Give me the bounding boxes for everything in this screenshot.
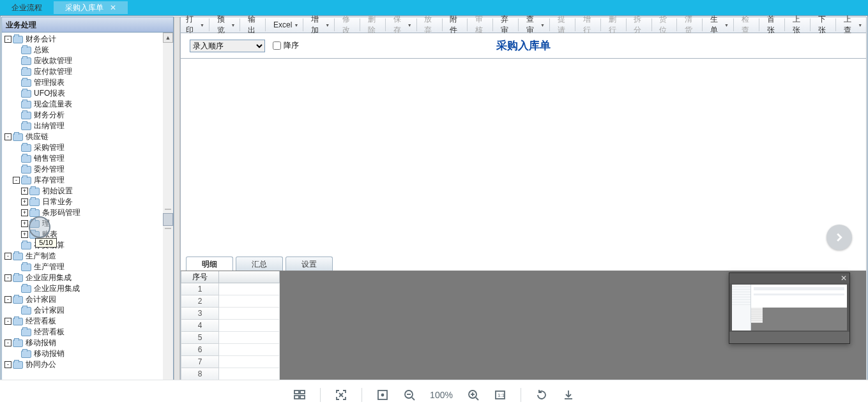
toolbar-弃审[interactable]: 弃审 xyxy=(497,18,522,32)
tree-item[interactable]: -生产制造 xyxy=(3,251,173,262)
tree-item[interactable]: 经营看板 xyxy=(3,327,173,338)
tree-item[interactable]: -财务会计 xyxy=(3,34,173,45)
tree-item[interactable]: +初始设置 xyxy=(3,186,173,197)
fullscreen-icon[interactable] xyxy=(335,389,347,401)
toolbar-预览[interactable]: 预览▼ xyxy=(213,18,245,32)
tree-item[interactable]: 销售管理 xyxy=(3,153,173,164)
tree-item[interactable]: 管理报表 xyxy=(3,77,173,88)
collapse-icon[interactable]: - xyxy=(4,296,11,303)
grid-cell[interactable] xyxy=(219,332,280,344)
grid-row-number[interactable]: 4 xyxy=(181,320,219,332)
toolbar-上张[interactable]: 上张 xyxy=(789,18,814,32)
grid-cell[interactable] xyxy=(219,344,280,356)
tab-workflow[interactable]: 企业流程 xyxy=(0,1,54,14)
grid-row-number[interactable]: 7 xyxy=(181,356,219,368)
descending-checkbox[interactable] xyxy=(273,41,281,50)
scroll-up-button[interactable]: ▲ xyxy=(163,33,173,43)
next-page-button[interactable] xyxy=(826,225,852,250)
tree-item[interactable]: 现金流量表 xyxy=(3,99,173,110)
tree-item[interactable]: -库存管理 xyxy=(3,175,173,186)
collapse-icon[interactable]: - xyxy=(4,318,11,325)
nav-tree[interactable]: -财务会计总账应收款管理应付款管理管理报表UFO报表现金流量表财务分析出纳管理-… xyxy=(2,33,173,371)
tree-item[interactable]: 生产管理 xyxy=(3,262,173,272)
tree-item[interactable]: -协同办公 xyxy=(3,359,173,370)
tree-item[interactable]: +日常业务 xyxy=(3,197,173,207)
tree-item[interactable]: -会计家园 xyxy=(3,294,173,305)
thumbnails-icon[interactable] xyxy=(293,389,306,401)
tab-detail[interactable]: 明细 xyxy=(186,257,233,271)
close-icon[interactable]: ✕ xyxy=(841,274,847,282)
collapse-icon[interactable]: - xyxy=(4,361,11,368)
grid-cell[interactable] xyxy=(219,368,280,380)
fit-page-icon[interactable] xyxy=(376,389,389,401)
collapse-icon[interactable]: - xyxy=(4,253,11,260)
tab-summary[interactable]: 汇总 xyxy=(236,257,283,271)
folder-icon xyxy=(13,339,23,347)
grid-cell[interactable] xyxy=(219,356,280,368)
tree-item[interactable]: 委外管理 xyxy=(3,164,173,175)
tree-item[interactable]: UFO报表 xyxy=(3,88,173,99)
tab-settings[interactable]: 设置 xyxy=(286,257,333,271)
folder-icon xyxy=(21,177,31,184)
tree-item[interactable]: 应付款管理 xyxy=(3,66,173,77)
tree-item[interactable]: -企业应用集成 xyxy=(3,272,173,283)
grid-row-number[interactable]: 6 xyxy=(181,344,219,356)
collapse-icon[interactable]: - xyxy=(4,274,11,281)
tree-item[interactable]: 应收款管理 xyxy=(3,56,173,66)
tab-active[interactable]: 采购入库单 ✕ xyxy=(54,1,128,14)
scrollbar-thumb[interactable] xyxy=(163,213,173,226)
tree-item[interactable]: 采购管理 xyxy=(3,142,173,153)
tree-item[interactable]: 会计家园 xyxy=(3,305,173,316)
toolbar-生单[interactable]: 生单▼ xyxy=(706,18,738,32)
toolbar-上查[interactable]: 上查▼ xyxy=(840,18,867,32)
folder-icon xyxy=(21,123,31,130)
expand-icon[interactable]: + xyxy=(21,220,28,227)
collapse-icon[interactable]: - xyxy=(4,339,11,346)
toolbar-打印[interactable]: 打印▼ xyxy=(182,18,213,32)
toolbar-输出[interactable]: 输出 xyxy=(244,18,270,32)
download-icon[interactable] xyxy=(562,389,575,401)
zoom-out-icon[interactable] xyxy=(403,389,416,401)
sort-order-select[interactable]: 录入顺序 xyxy=(190,40,265,52)
toolbar-查审[interactable]: 查审▼ xyxy=(522,18,554,32)
splitter[interactable] xyxy=(174,17,180,409)
zoom-in-icon[interactable] xyxy=(467,389,480,401)
expand-icon[interactable]: + xyxy=(21,198,28,205)
expand-icon[interactable]: + xyxy=(21,188,28,195)
tree-item[interactable]: -经营看板 xyxy=(3,316,173,327)
grid-row-number[interactable]: 1 xyxy=(181,283,219,295)
grid-cell[interactable] xyxy=(219,308,280,320)
grid-row-number[interactable]: 8 xyxy=(181,368,219,380)
expand-icon[interactable]: + xyxy=(21,209,28,216)
grid-cell[interactable] xyxy=(219,295,280,308)
collapse-icon[interactable]: - xyxy=(4,36,11,43)
tree-item[interactable]: -移动报销 xyxy=(3,338,173,348)
grid-row-number[interactable]: 5 xyxy=(181,332,219,344)
thumbnail-preview[interactable]: ✕ xyxy=(729,272,850,344)
toolbar-下张[interactable]: 下张 xyxy=(814,18,840,32)
descending-checkbox-label[interactable]: 降序 xyxy=(273,40,299,51)
sidebar: 业务处理 -财务会计总账应收款管理应付款管理管理报表UFO报表现金流量表财务分析… xyxy=(1,17,174,409)
toolbar-首张[interactable]: 首张 xyxy=(763,18,789,32)
tree-item-label: 生产制造 xyxy=(26,251,56,262)
tree-item[interactable]: -供应链 xyxy=(3,131,173,142)
grid-cell[interactable] xyxy=(219,283,280,295)
tree-item[interactable]: 财务分析 xyxy=(3,110,173,121)
tree-item[interactable]: 移动报销 xyxy=(3,348,173,359)
tree-item[interactable]: 企业应用集成 xyxy=(3,283,173,294)
grid-cell[interactable] xyxy=(219,320,280,332)
rotate-icon[interactable] xyxy=(535,389,548,401)
tree-item[interactable]: 存货核算 xyxy=(3,240,173,251)
tree-item[interactable]: 出纳管理 xyxy=(3,121,173,131)
grid-row-number[interactable]: 2 xyxy=(181,295,219,308)
collapse-icon[interactable]: - xyxy=(4,133,11,140)
collapse-icon[interactable]: - xyxy=(13,177,20,184)
toolbar-Excel[interactable]: Excel▼ xyxy=(270,18,307,32)
close-icon[interactable]: ✕ xyxy=(110,1,116,14)
toolbar-附件[interactable]: 附件 xyxy=(446,18,471,32)
actual-size-icon[interactable]: 1:1 xyxy=(494,389,506,401)
expand-icon[interactable]: + xyxy=(21,231,28,238)
tree-item[interactable]: 总账 xyxy=(3,45,173,56)
grid-row-number[interactable]: 3 xyxy=(181,308,219,320)
toolbar-增加[interactable]: 增加▼ xyxy=(307,18,339,32)
